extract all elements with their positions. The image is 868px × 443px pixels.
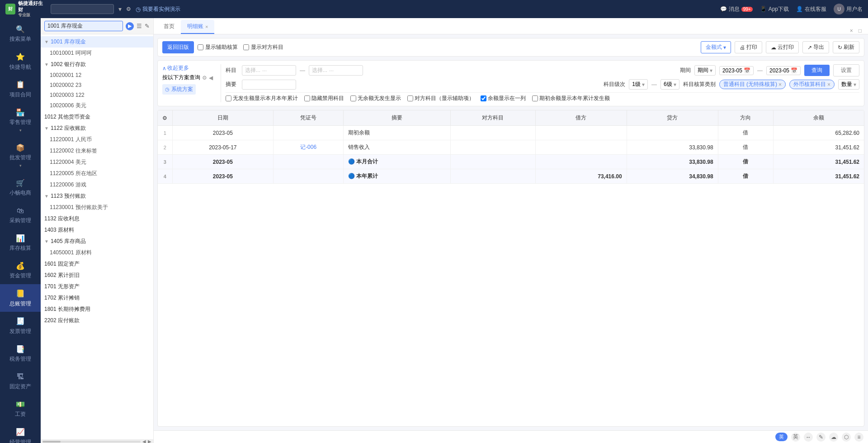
tree-item-10020006[interactable]: 10020006 美元 (41, 100, 153, 111)
row-2-voucher[interactable]: 记-006 (274, 140, 344, 155)
window-maximize-btn[interactable]: □ (856, 28, 864, 34)
back-old-btn[interactable]: 返回旧版 (162, 41, 194, 53)
show-aux-calc-input[interactable] (198, 44, 203, 50)
sidebar-item-quicknav[interactable]: ⭐ 快捷导航 (0, 48, 41, 75)
sidebar-item-assets[interactable]: 🏗 固定资产 (0, 367, 41, 395)
status-icon-cloud[interactable]: ☁ (829, 433, 838, 442)
tree-item-1801[interactable]: 1801 长期待摊费用 (41, 304, 153, 315)
collapse-more-btn[interactable]: ∧ 收起更多 (162, 64, 189, 72)
level-end-select[interactable]: 6级 ▾ (660, 79, 679, 90)
tree-item-1002[interactable]: ▼ 1002 银行存款 (41, 59, 153, 70)
demo-link[interactable]: ◷ 我要看实例演示 (136, 5, 180, 13)
print-btn[interactable]: 🖨 打印 (735, 41, 762, 53)
sidebar-item-tax[interactable]: 📑 税务管理 (0, 340, 41, 367)
export-btn[interactable]: ↗ 导出 (802, 41, 829, 53)
header-dropdown-btn[interactable]: ▾ (118, 5, 122, 13)
checkbox-no-amount-input[interactable] (226, 95, 231, 101)
scroll-right-btn[interactable]: ▶ (148, 439, 151, 443)
table-settings-icon[interactable]: ⚙ (162, 115, 167, 121)
user-area[interactable]: U 用户名 (834, 4, 863, 14)
tree-item-1123[interactable]: ▼ 1123 预付账款 (41, 191, 153, 202)
search-input[interactable] (51, 4, 114, 14)
summary-input[interactable] (242, 80, 296, 90)
account-scrollbar[interactable]: ◀ ▶ (41, 439, 153, 443)
checkbox-opening-balance[interactable]: 期初余额显示本年累计发生额 (532, 95, 610, 102)
account-edit-icon[interactable]: ✎ (145, 23, 150, 29)
cloud-print-btn[interactable]: ☁ 云打印 (766, 41, 799, 53)
refresh-btn[interactable]: ↻ 刷新 (833, 41, 859, 53)
tab-detail[interactable]: 明细账 × (181, 20, 214, 34)
tree-item-10020002[interactable]: 10020002 23 (41, 80, 153, 90)
window-close-btn[interactable]: × (847, 28, 856, 34)
sidebar-item-project[interactable]: 📋 项目合同 (0, 75, 41, 103)
sidebar-item-search[interactable]: 🔍 搜索菜单 (0, 20, 41, 48)
settings-btn[interactable]: ⚙ (126, 6, 131, 12)
tree-item-1001[interactable]: ▼ 1001 库存现金 (41, 36, 153, 48)
category-tag-1-remove[interactable]: × (778, 81, 782, 88)
period-start-input[interactable]: 2023-05 📅 (719, 66, 754, 75)
sidebar-item-retail[interactable]: 🏪 零售管理 ▾ (0, 103, 41, 138)
checkbox-hide-disabled[interactable]: 隐藏禁用科目 (304, 95, 344, 102)
tree-item-2202[interactable]: 2202 应付账款 (41, 315, 153, 326)
level-start-select[interactable]: 1级 ▾ (629, 79, 648, 90)
status-icon-translate[interactable]: 英 (791, 433, 800, 442)
tree-item-11230001[interactable]: 11230001 预付账款美于 (41, 202, 153, 213)
checkbox-no-amount[interactable]: 无发生额显示本月本年累计 (226, 95, 298, 102)
period-end-input[interactable]: 2023-05 📅 (766, 66, 801, 75)
checkbox-hide-disabled-input[interactable] (304, 95, 310, 101)
scheme-settings-icon[interactable]: ⚙ (202, 75, 207, 81)
show-opposite-input[interactable] (243, 44, 249, 50)
tree-item-1132[interactable]: 1132 应收利息 (41, 213, 153, 224)
tree-item-11220001[interactable]: 11220001 人民币 (41, 134, 153, 145)
query-btn[interactable]: 查询 (804, 65, 830, 76)
tree-item-10020003[interactable]: 10020003 122 (41, 90, 153, 100)
tree-item-10010001[interactable]: 10010001 呵呵呵 (41, 48, 153, 59)
voucher-link-006[interactable]: 记-006 (300, 144, 316, 150)
tree-item-1012[interactable]: 1012 其他货币资金 (41, 111, 153, 123)
checkbox-opening-balance-input[interactable] (532, 95, 538, 101)
status-icon-arrows[interactable]: ↔ (804, 433, 813, 442)
tree-item-1602[interactable]: 1602 累计折旧 (41, 270, 153, 281)
status-icon-hex[interactable]: ⬡ (842, 433, 851, 442)
sidebar-item-business[interactable]: 📈 经营管理 (0, 423, 41, 443)
tree-item-1601[interactable]: 1601 固定资产 (41, 258, 153, 270)
th-settings[interactable]: ⚙ (158, 110, 172, 126)
tree-item-10020001[interactable]: 10020001 12 (41, 70, 153, 80)
online-service-btn[interactable]: 👤 在线客服 (796, 5, 826, 13)
settings-btn[interactable]: 设置 (833, 64, 859, 76)
tree-item-11220006[interactable]: 11220006 游戏 (41, 179, 153, 191)
tab-detail-close[interactable]: × (205, 24, 208, 29)
account-nav-right-btn[interactable]: ▶ (126, 22, 134, 30)
checkbox-opposite-subject-input[interactable] (407, 95, 413, 101)
sidebar-item-purchase[interactable]: 🛍 采购管理 (0, 201, 41, 229)
status-icon-menu[interactable]: ≡ (854, 433, 863, 442)
status-icon-edit[interactable]: ✎ (816, 433, 826, 442)
tree-item-14050001[interactable]: 14050001 原材料 (41, 247, 153, 258)
category-tag-1[interactable]: 普通科目 (无特殊核算) × (719, 80, 786, 89)
scheme-arrow-icon[interactable]: ◀ (209, 75, 213, 81)
quantity-select[interactable]: 数量 ▾ (838, 79, 859, 90)
checkbox-balance-one-col-input[interactable] (481, 95, 486, 101)
sidebar-item-wholesale[interactable]: 📦 批发管理 ▾ (0, 138, 41, 174)
tree-item-11220004[interactable]: 11220004 美元 (41, 157, 153, 168)
messages-btn[interactable]: 💬 消息 99+ (720, 5, 753, 13)
show-opposite-checkbox[interactable]: 显示对方科目 (243, 43, 283, 51)
tree-item-1403[interactable]: 1403 原材料 (41, 224, 153, 236)
checkbox-balance-one-col[interactable]: 余额显示在一列 (481, 95, 526, 102)
sidebar-item-funds[interactable]: 💰 资金管理 (0, 257, 41, 284)
selected-account-display[interactable]: 1001 库存现金 (44, 21, 123, 31)
show-aux-calc-checkbox[interactable]: 显示辅助核算 (198, 43, 238, 51)
sidebar-item-ledger[interactable]: 📒 总账管理 (0, 284, 41, 312)
amount-style-btn[interactable]: 金额式 ▾ (701, 41, 731, 53)
scheme-item-system[interactable]: ◷ 系统方案 (162, 84, 196, 95)
checkbox-no-balance[interactable]: 无余额无发生显示 (350, 95, 401, 102)
subject-end-input[interactable]: 选择... ··· (309, 65, 363, 76)
category-tag-2-remove[interactable]: × (827, 81, 830, 88)
tree-item-1702[interactable]: 1702 累计摊销 (41, 292, 153, 304)
tree-item-11220002[interactable]: 11220002 往来标签 (41, 145, 153, 157)
sidebar-item-salary[interactable]: 💵 工资 (0, 395, 41, 423)
sidebar-item-ecommerce[interactable]: 🛒 小畅电商 (0, 174, 41, 201)
tree-item-1405[interactable]: ▼ 1405 库存商品 (41, 236, 153, 247)
tree-item-1122[interactable]: ▼ 1122 应收账款 (41, 123, 153, 134)
category-tag-2[interactable]: 外币核算科目 × (789, 80, 835, 89)
